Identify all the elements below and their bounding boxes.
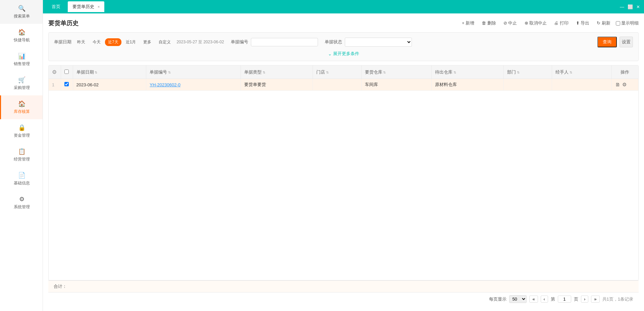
table-row: 12023-06-02YH-20230602-0要货单要货车间库原材料仓库🗎⚙	[49, 79, 638, 91]
next-page-btn[interactable]: ›	[581, 296, 588, 303]
sidebar-label-sales-mgmt: 销售管理	[14, 61, 30, 67]
filter-expand-row: ⌄ 展开更多条件	[54, 51, 633, 57]
prev-page-btn[interactable]: ‹	[541, 296, 548, 303]
row-checkbox[interactable]	[64, 82, 69, 86]
per-page-select[interactable]: 2050100200	[509, 295, 527, 303]
sidebar-item-ops-mgmt[interactable]: 📋经营管理	[0, 143, 43, 167]
date-btn-yesterday[interactable]: 昨天	[74, 38, 88, 46]
per-page-label: 每页显示	[489, 296, 506, 302]
table-settings-icon[interactable]: ⚙	[52, 69, 57, 75]
col-header-req_warehouse[interactable]: 要货仓库	[361, 65, 431, 79]
date-btn-today[interactable]: 今天	[90, 38, 104, 46]
minimize-btn[interactable]: —	[620, 4, 624, 9]
td-ops: 🗎⚙	[611, 79, 638, 91]
col-header-dept[interactable]: 部门	[504, 65, 552, 79]
td-doc_no: YH-20230602-0	[146, 79, 241, 91]
expand-down-icon: ⌄	[328, 51, 332, 56]
col-header-doc_type[interactable]: 单据类型	[241, 65, 313, 79]
td-doc_date: 2023-06-02	[73, 79, 146, 91]
td-handler	[552, 79, 611, 91]
cancel-suspend-button[interactable]: ⊗ 取消中止	[523, 19, 549, 28]
doc-no-link[interactable]: YH-20230602-0	[150, 82, 180, 87]
sidebar-item-sys-mgmt[interactable]: ⚙系统管理	[0, 191, 43, 215]
sidebar-item-quick-nav[interactable]: 🏠快捷导航	[0, 24, 43, 48]
more-icon[interactable]: ⚙	[622, 82, 627, 88]
content-area: 要货单历史 + 新增 🗑 删除 ⊘ 中止 ⊗ 取消中止 🖨 打印 ⬆ 导出 ↻ …	[43, 13, 644, 311]
expand-filter-label: 展开更多条件	[333, 51, 359, 57]
view-icon[interactable]: 🗎	[615, 82, 620, 88]
select-all-checkbox[interactable]	[64, 70, 69, 74]
td-settings: 1	[49, 79, 61, 91]
date-filter: 单据日期 昨天今天近7天近1月更多自定义 2023-05-27 至 2023-0…	[54, 38, 224, 46]
sidebar-icon-sales-mgmt: 📊	[18, 52, 25, 60]
tab-requisition-history[interactable]: 要货单历史×	[68, 1, 104, 12]
td-checkbox	[61, 79, 73, 91]
query-button[interactable]: 查询	[597, 37, 617, 47]
doc-status-label: 单据状态	[325, 39, 342, 45]
sidebar-icon-finance-mgmt: 🔒	[18, 124, 25, 131]
col-header-doc_no[interactable]: 单据编号	[146, 65, 241, 79]
settings-button[interactable]: 设置	[620, 37, 633, 47]
sidebar-item-basic-info[interactable]: 📄基础信息	[0, 167, 43, 191]
table-body: 12023-06-02YH-20230602-0要货单要货车间库原材料仓库🗎⚙	[49, 79, 638, 91]
table-head: ⚙单据日期单据编号单据类型门店要货仓库待出仓库部门经手人操作	[49, 65, 638, 79]
sidebar-label-search-menu: 搜索菜单	[14, 13, 30, 19]
date-btn-more[interactable]: 更多	[140, 38, 154, 46]
sidebar-item-sales-mgmt[interactable]: 📊销售管理	[0, 48, 43, 72]
filter-area: 单据日期 昨天今天近7天近1月更多自定义 2023-05-27 至 2023-0…	[48, 32, 639, 61]
sidebar: 🔍搜索菜单🏠快捷导航📊销售管理🛒采购管理🏠库存核算🔒资金管理📋经营管理📄基础信息…	[0, 0, 43, 311]
col-header-doc_date[interactable]: 单据日期	[73, 65, 146, 79]
close-btn[interactable]: ✕	[636, 4, 640, 9]
export-button[interactable]: ⬆ 导出	[574, 19, 592, 28]
display-detail-checkbox[interactable]	[616, 21, 620, 26]
last-page-btn[interactable]: »	[591, 296, 599, 303]
topbar-right: — ⬜ ✕	[620, 4, 640, 9]
sidebar-icon-ops-mgmt: 📋	[18, 148, 25, 155]
page-title: 要货单历史	[48, 19, 78, 27]
sidebar-item-inventory[interactable]: 🏠库存核算	[0, 95, 43, 119]
doc-status-select[interactable]	[345, 38, 412, 47]
col-header-settings: ⚙	[49, 65, 61, 79]
col-header-store[interactable]: 门店	[313, 65, 361, 79]
sidebar-item-finance-mgmt[interactable]: 🔒资金管理	[0, 119, 43, 143]
td-req_warehouse: 车间库	[361, 79, 431, 91]
expand-filter-btn[interactable]: ⌄ 展开更多条件	[54, 51, 633, 57]
display-detail-label: 显示明细	[621, 20, 639, 26]
sidebar-icon-basic-info: 📄	[18, 172, 25, 179]
sidebar-label-inventory: 库存核算	[14, 109, 30, 115]
col-header-ops: 操作	[611, 65, 638, 79]
date-btn-last7days[interactable]: 近7天	[105, 38, 121, 46]
td-dept	[504, 79, 552, 91]
date-shortcut-btns: 昨天今天近7天近1月更多自定义	[74, 38, 174, 46]
summary-label: 合计：	[54, 283, 67, 290]
date-btn-custom[interactable]: 自定义	[156, 38, 174, 46]
sidebar-icon-purchase-mgmt: 🛒	[18, 76, 25, 84]
pagination: 每页显示 2050100200 « ‹ 第 页 › » 共1页，1条记录	[48, 292, 639, 306]
data-table: ⚙单据日期单据编号单据类型门店要货仓库待出仓库部门经手人操作 12023-06-…	[49, 65, 638, 91]
delete-button[interactable]: 🗑 删除	[480, 19, 498, 28]
sidebar-item-purchase-mgmt[interactable]: 🛒采购管理	[0, 72, 43, 95]
doc-status-filter: 单据状态	[325, 38, 412, 47]
add-button[interactable]: + 新增	[460, 19, 476, 28]
page-input[interactable]	[558, 296, 571, 303]
doc-no-filter: 单据编号	[231, 38, 318, 46]
suspend-button[interactable]: ⊘ 中止	[501, 19, 519, 28]
topbar: 首页要货单历史× — ⬜ ✕	[43, 0, 644, 13]
date-btn-last1month[interactable]: 近1月	[123, 38, 139, 46]
col-header-handler[interactable]: 经手人	[552, 65, 611, 79]
sidebar-label-sys-mgmt: 系统管理	[14, 204, 30, 210]
first-page-btn[interactable]: «	[529, 296, 538, 303]
sidebar-item-search-menu[interactable]: 🔍搜索菜单	[0, 0, 43, 24]
print-button[interactable]: 🖨 打印	[552, 19, 571, 28]
sidebar-icon-quick-nav: 🏠	[18, 29, 25, 36]
tab-home[interactable]: 首页	[47, 1, 65, 12]
maximize-btn[interactable]: ⬜	[628, 4, 633, 9]
tab-close-requisition-history[interactable]: ×	[98, 5, 100, 9]
display-detail-toggle[interactable]: 显示明细	[616, 20, 639, 26]
col-header-pending_warehouse[interactable]: 待出仓库	[432, 65, 504, 79]
doc-no-input[interactable]	[251, 38, 318, 46]
main-area: 首页要货单历史× — ⬜ ✕ 要货单历史 + 新增 🗑 删除 ⊘ 中止 ⊗ 取消…	[43, 0, 644, 311]
refresh-button[interactable]: ↻ 刷新	[595, 19, 612, 28]
col-header-checkbox	[61, 65, 73, 79]
sidebar-icon-inventory: 🏠	[18, 100, 25, 107]
